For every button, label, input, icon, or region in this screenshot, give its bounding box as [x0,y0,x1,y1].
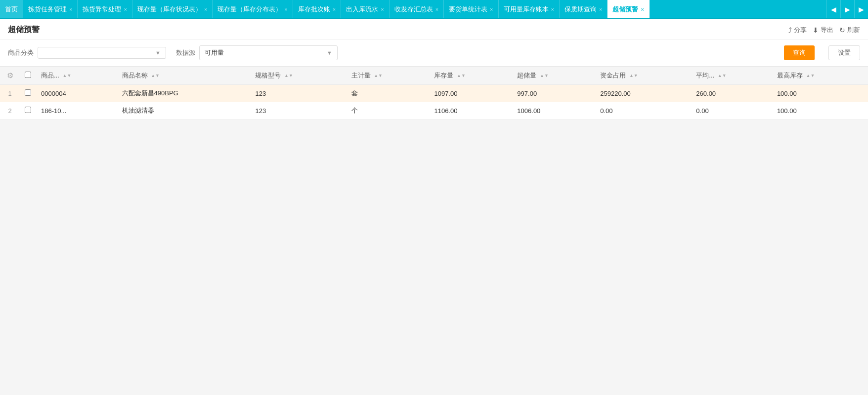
category-select[interactable]: ▼ [38,47,166,59]
main-content: 超储预警 ⤴ 分享 ⬇ 导出 ↻ 刷新 商品分类 ▼ 数据源 [0,19,868,119]
sort-icon: ▲▼ [629,74,638,78]
cell-overflow: 1006.00 [512,102,595,119]
nav-expiry[interactable]: 保质期查询 × [560,0,608,18]
close-icon[interactable]: × [204,6,207,12]
cell-unit: 个 [347,102,430,119]
filter-bar: 商品分类 ▼ 数据源 可用量 ▼ 查询 设置 [0,40,868,66]
nav-available-stock[interactable]: 可用量库存账本 × [499,0,560,18]
sort-icon: ▲▼ [806,74,815,78]
sort-icon: ▲▼ [457,74,466,78]
nav-summary[interactable]: 收发存汇总表 × [390,0,444,18]
column-max-stock[interactable]: 最高库存 ▲▼ [772,67,868,85]
sort-icon: ▲▼ [718,74,727,78]
export-button[interactable]: ⬇ 导出 [813,26,833,35]
cell-product-code: 0000004 [36,85,117,102]
close-icon[interactable]: × [69,6,72,12]
cell-unit: 套 [347,85,430,102]
nav-home[interactable]: 首页 [0,0,23,18]
refresh-button[interactable]: ↻ 刷新 [839,26,860,35]
column-capital[interactable]: 资金占用 ▲▼ [595,67,691,85]
nav-exception[interactable]: 拣货异常处理 × [78,0,132,18]
gear-icon[interactable]: ⚙ [7,71,13,79]
nav-order-stats[interactable]: 要货单统计表 × [444,0,498,18]
row-checkbox[interactable] [25,89,31,96]
cell-stock: 1106.00 [429,102,512,119]
query-button[interactable]: 查询 [784,45,815,60]
cell-product-name: 机油滤清器 [117,102,251,119]
cell-product-name: 六配套新昌490BPG [117,85,251,102]
share-button[interactable]: ⤴ 分享 [788,26,807,35]
top-navigation: 首页 拣货任务管理 × 拣货异常处理 × 现存量（库存状况表） × 现存量（库存… [0,0,868,19]
cell-capital: 0.00 [595,102,691,119]
nav-arrows: ◀ ▶ ▶ [826,0,868,18]
row-checkbox-cell [20,102,36,119]
nav-inout[interactable]: 出入库流水 × [341,0,389,18]
column-checkbox [20,67,36,85]
sort-icon: ▲▼ [284,74,293,78]
column-unit[interactable]: 主计量 ▲▼ [347,67,430,85]
nav-stock-dist[interactable]: 现存量（库存分布表） × [213,0,293,18]
table-row: 2 186-10... 机油滤清器 123 个 1106.00 1006.00 … [0,102,868,119]
sort-icon: ▲▼ [151,74,160,78]
close-icon[interactable]: × [124,6,127,12]
row-number: 1 [0,85,20,102]
close-icon[interactable]: × [381,6,384,12]
nav-stock-status[interactable]: 现存量（库存状况表） × [132,0,213,18]
datasource-select[interactable]: 可用量 ▼ [199,45,338,60]
close-icon[interactable]: × [551,6,554,12]
share-icon: ⤴ [788,26,792,34]
dropdown-arrow-icon: ▼ [327,50,332,56]
column-spec[interactable]: 规格型号 ▲▼ [250,67,346,85]
column-overflow[interactable]: 超储量 ▲▼ [512,67,595,85]
sort-icon: ▲▼ [374,74,383,78]
table-row: 1 0000004 六配套新昌490BPG 123 套 1097.00 997.… [0,85,868,102]
datasource-filter-group: 数据源 可用量 ▼ [176,45,338,60]
cell-avg: 260.00 [691,85,772,102]
nav-next-arrow[interactable]: ▶ [840,0,854,18]
nav-task-mgmt[interactable]: 拣货任务管理 × [23,0,78,18]
data-table: ⚙ 商品... ▲▼ 商品名称 ▲▼ 规格型号 ▲▼ [0,66,868,119]
row-checkbox-cell [20,85,36,102]
table-body: 1 0000004 六配套新昌490BPG 123 套 1097.00 997.… [0,85,868,119]
datasource-value: 可用量 [205,48,224,57]
select-all-checkbox[interactable] [25,72,31,78]
cell-stock: 1097.00 [429,85,512,102]
cell-avg: 0.00 [691,102,772,119]
column-settings[interactable]: ⚙ [0,67,20,85]
row-checkbox[interactable] [25,107,31,113]
nav-overflow-warning[interactable]: 超储预警 × [608,0,649,18]
table-container: ⚙ 商品... ▲▼ 商品名称 ▲▼ 规格型号 ▲▼ [0,66,868,119]
nav-prev-arrow[interactable]: ◀ [826,0,840,18]
column-avg[interactable]: 平均... ▲▼ [691,67,772,85]
sort-icon: ▲▼ [62,74,71,78]
header-actions: ⤴ 分享 ⬇ 导出 ↻ 刷新 [788,26,860,35]
category-filter-group: 商品分类 ▼ [8,47,166,59]
cell-spec: 123 [250,85,346,102]
cell-overflow: 997.00 [512,85,595,102]
nav-expand-arrow[interactable]: ▶ [854,0,868,18]
sort-icon: ▲▼ [540,74,549,78]
nav-batch[interactable]: 库存批次账 × [293,0,341,18]
page-title: 超储预警 [8,25,40,35]
close-icon[interactable]: × [435,6,438,12]
cell-product-code: 186-10... [36,102,117,119]
cell-spec: 123 [250,102,346,119]
settings-button[interactable]: 设置 [828,45,860,60]
cell-max-stock: 100.00 [772,85,868,102]
export-icon: ⬇ [813,26,819,34]
page-header: 超储预警 ⤴ 分享 ⬇ 导出 ↻ 刷新 [0,19,868,40]
close-icon[interactable]: × [641,6,644,12]
column-product-name[interactable]: 商品名称 ▲▼ [117,67,251,85]
close-icon[interactable]: × [284,6,287,12]
column-product-code[interactable]: 商品... ▲▼ [36,67,117,85]
column-stock[interactable]: 库存量 ▲▼ [429,67,512,85]
row-number: 2 [0,102,20,119]
refresh-icon: ↻ [839,26,845,34]
cell-max-stock: 100.00 [772,102,868,119]
category-label: 商品分类 [8,48,34,57]
cell-capital: 259220.00 [595,85,691,102]
table-header-row: ⚙ 商品... ▲▼ 商品名称 ▲▼ 规格型号 ▲▼ [0,67,868,85]
close-icon[interactable]: × [490,6,493,12]
close-icon[interactable]: × [333,6,336,12]
close-icon[interactable]: × [599,6,602,12]
